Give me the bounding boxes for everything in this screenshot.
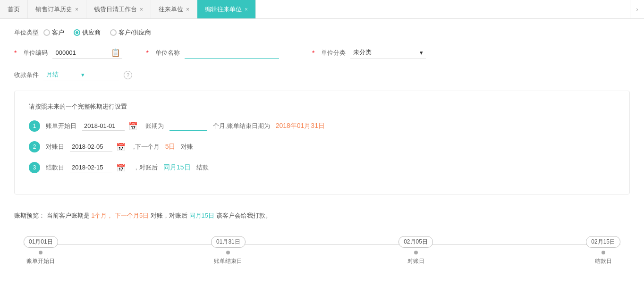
row-1-label: 账单开始日 xyxy=(46,122,76,130)
payment-terms-value: 月结 xyxy=(46,70,81,79)
required-star-class: * xyxy=(312,49,314,57)
node-bubble-0: 01月01日 xyxy=(24,236,58,248)
tab-home[interactable]: 首页 xyxy=(0,0,28,18)
preview-text-mid: 下一个月5日 xyxy=(115,212,149,219)
timeline-node-1: 01月31日 账单结束日 xyxy=(211,236,246,265)
preview-text: 账期预览： 当前客户账期是 1个月， 下一个月5日 对账，对账后 同月15日 该… xyxy=(14,211,630,220)
unit-code-field-wrapper: 📋 xyxy=(52,47,122,59)
row-2-suffix-before: ,下一个月 xyxy=(133,143,160,151)
row-3-label: 结款日 xyxy=(46,163,64,172)
tab-sales-order-history-label: 销售订单历史 xyxy=(35,5,72,14)
unit-code-input[interactable] xyxy=(52,47,109,58)
unit-code-label: 单位编码 xyxy=(23,49,48,57)
row-2-label: 对账日 xyxy=(46,143,64,151)
radio-both-label: 客户/供应商 xyxy=(119,28,151,37)
tab-sales-order-history[interactable]: 销售订单历史 × xyxy=(28,0,86,18)
node-bubble-2: 02月05日 xyxy=(398,236,433,248)
node-circle-1 xyxy=(226,251,230,254)
required-star-name: * xyxy=(146,49,148,57)
preview-text-mid2: 对账，对账后 xyxy=(151,212,187,219)
unit-type-label: 单位类型 xyxy=(14,28,39,37)
unit-class-label: 单位分类 xyxy=(321,49,346,57)
row-3-date-wrapper: 2018-02-15 📅 xyxy=(70,163,127,172)
settings-row-1: 1 账单开始日 2018-01-01 📅 账期为 1 个月,账单结束日期为 20… xyxy=(29,120,615,132)
close-icon[interactable]: × xyxy=(245,6,248,13)
preview-label: 账期预览： xyxy=(14,212,45,219)
unit-code-copy-icon[interactable]: 📋 xyxy=(109,48,122,57)
node-bubble-3: 02月15日 xyxy=(586,236,620,248)
settings-row-3: 3 结款日 2018-02-15 📅 ，对账后 同月15日 结款 xyxy=(29,162,615,173)
timeline-node-3: 02月15日 结款日 xyxy=(586,236,620,265)
radio-supplier[interactable]: 供应商 xyxy=(74,28,101,37)
payment-terms-arrow: ▾ xyxy=(81,71,116,78)
row-2-highlight: 5日 xyxy=(165,143,176,151)
row-2-date-wrapper: 2018-02-05 📅 xyxy=(70,142,127,152)
unit-info-row: * 单位编码 📋 * 单位名称 河南供应商22 * 单位分类 未分类 ▾ xyxy=(14,46,630,59)
node-label-1: 账单结束日 xyxy=(214,257,242,265)
payment-terms-label: 收款条件 xyxy=(14,71,39,79)
preview-highlight1: 1个月， xyxy=(91,212,113,219)
radio-both[interactable]: 客户/供应商 xyxy=(110,28,151,37)
timeline-wrapper: 01月01日 账单开始日 01月31日 账单结束日 xyxy=(14,231,630,274)
unit-type-row: 单位类型 客户 供应商 客户/供应商 xyxy=(14,28,630,37)
row-2-date: 2018-02-05 xyxy=(70,142,112,152)
radio-customer-label: 客户 xyxy=(52,28,64,37)
timeline-node-0: 01月01日 账单开始日 xyxy=(24,236,58,265)
radio-supplier-label: 供应商 xyxy=(82,28,101,37)
settings-title: 请按照未来的一个完整帐期进行设置 xyxy=(29,102,615,111)
preview-section: 账期预览： 当前客户账期是 1个月， 下一个月5日 对账，对账后 同月15日 该… xyxy=(14,204,630,281)
row-1-period-end: 2018年01月31日 xyxy=(276,122,325,130)
unit-class-value: 未分类 xyxy=(353,48,372,57)
close-icon[interactable]: × xyxy=(75,6,78,13)
node-label-3: 结款日 xyxy=(595,257,612,265)
payment-terms-row: 收款条件 月结 ▾ ? xyxy=(14,68,630,81)
tab-edit-partner-unit[interactable]: 编辑往来单位 × xyxy=(197,0,256,18)
unit-name-label: 单位名称 xyxy=(155,49,180,57)
close-icon[interactable]: × xyxy=(140,6,143,13)
unit-type-radio-group: 客户 供应商 客户/供应商 xyxy=(43,28,151,37)
tab-cash-work[interactable]: 钱货日清工作台 × xyxy=(86,0,151,18)
tab-edit-partner-unit-label: 编辑往来单位 xyxy=(205,5,242,14)
row-2-suffix-after: 对账 xyxy=(181,143,193,151)
tab-scroll-right[interactable]: › xyxy=(630,0,644,18)
row-3-date: 2018-02-15 xyxy=(70,163,112,172)
unit-class-arrow: ▾ xyxy=(420,49,423,56)
unit-class-select[interactable]: 未分类 ▾ xyxy=(350,46,426,59)
tab-partner-unit-label: 往来单位 xyxy=(159,5,183,14)
row-3-suffix-before: ，对账后 xyxy=(133,163,158,172)
row-1-period-unit: 个月,账单结束日期为 xyxy=(213,122,270,130)
close-icon[interactable]: × xyxy=(186,6,189,13)
radio-customer[interactable]: 客户 xyxy=(43,28,64,37)
row-3-suffix-after: 结款 xyxy=(196,163,209,172)
timeline-nodes: 01月01日 账单开始日 01月31日 账单结束日 xyxy=(24,236,620,269)
preview-highlight2: 同月15日 xyxy=(189,212,214,219)
settings-row-2: 2 对账日 2018-02-05 📅 ,下一个月5日 对账 xyxy=(29,141,615,152)
required-star-code: * xyxy=(14,49,17,57)
row-number-3: 3 xyxy=(29,162,40,173)
period-input[interactable]: 1 xyxy=(169,121,207,131)
row-1-date: 2018-01-01 xyxy=(82,121,125,131)
node-label-0: 账单开始日 xyxy=(26,257,55,265)
row-2-calendar-icon[interactable]: 📅 xyxy=(114,143,127,152)
tab-partner-unit[interactable]: 往来单位 × xyxy=(151,0,197,18)
radio-circle-supplier xyxy=(74,29,80,36)
unit-name-input[interactable]: 河南供应商22 xyxy=(185,47,279,59)
tab-cash-work-label: 钱货日清工作台 xyxy=(94,5,137,14)
main-content: 单位类型 客户 供应商 客户/供应商 * 单位编码 📋 * 单位名称 河南供 xyxy=(0,19,644,287)
timeline-node-2: 02月05日 对账日 xyxy=(398,236,433,265)
node-circle-2 xyxy=(414,251,418,254)
row-3-calendar-icon[interactable]: 📅 xyxy=(114,163,127,172)
payment-terms-select[interactable]: 月结 ▾ xyxy=(43,68,119,81)
settings-box: 请按照未来的一个完整帐期进行设置 1 账单开始日 2018-01-01 📅 账期… xyxy=(14,91,630,194)
node-circle-3 xyxy=(602,251,605,254)
tab-home-label: 首页 xyxy=(8,5,20,14)
help-icon[interactable]: ? xyxy=(124,71,132,79)
node-label-2: 对账日 xyxy=(407,257,424,265)
row-1-calendar-icon[interactable]: 📅 xyxy=(127,122,140,131)
row-1-period-prefix: 账期为 xyxy=(145,122,164,130)
radio-circle-both xyxy=(110,29,117,36)
row-number-1: 1 xyxy=(29,120,40,132)
row-3-highlight: 同月15日 xyxy=(163,163,191,172)
preview-text-before: 当前客户账期是 xyxy=(47,212,90,219)
tab-bar: 首页 销售订单历史 × 钱货日清工作台 × 往来单位 × 编辑往来单位 × › xyxy=(0,0,644,19)
